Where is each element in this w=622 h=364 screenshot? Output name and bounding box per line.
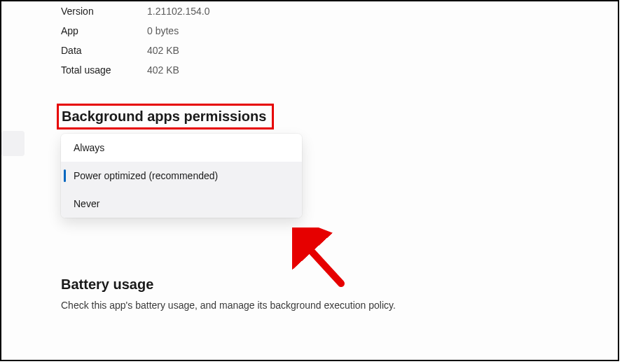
info-label-app: App (61, 25, 147, 36)
app-info-table: Version 1.21102.154.0 App 0 bytes Data 4… (61, 1, 618, 80)
battery-usage-description: Check this app's battery usage, and mana… (61, 298, 453, 312)
dropdown-option-always[interactable]: Always (61, 134, 302, 162)
info-value-data: 402 KB (147, 45, 179, 56)
battery-usage-heading: Battery usage (61, 276, 618, 293)
info-row-app: App 0 bytes (61, 21, 618, 41)
info-row-version: Version 1.21102.154.0 (61, 1, 618, 21)
info-label-version: Version (61, 6, 147, 17)
background-permissions-dropdown[interactable]: Always Power optimized (recommended) Nev… (61, 134, 302, 218)
info-label-total: Total usage (61, 64, 147, 76)
info-label-data: Data (61, 45, 147, 56)
info-value-app: 0 bytes (147, 25, 179, 36)
background-permissions-heading: Background apps permissions (62, 108, 266, 125)
info-row-data: Data 402 KB (61, 41, 618, 60)
info-value-version: 1.21102.154.0 (147, 6, 210, 17)
dropdown-option-never[interactable]: Never (61, 190, 302, 218)
info-row-total: Total usage 402 KB (61, 60, 618, 80)
dropdown-option-power-optimized[interactable]: Power optimized (recommended) (61, 162, 302, 190)
annotation-highlight-box: Background apps permissions (57, 104, 274, 130)
info-value-total: 402 KB (147, 64, 179, 76)
sidebar-nub (1, 131, 25, 156)
